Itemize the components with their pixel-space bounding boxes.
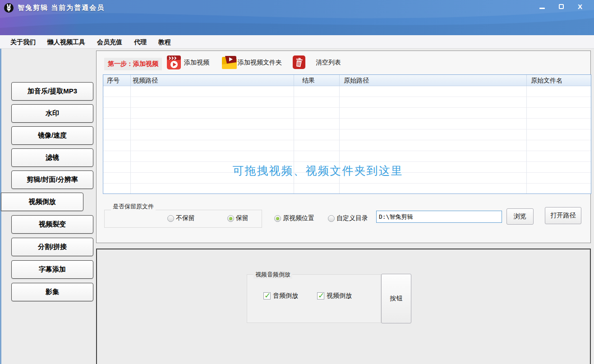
table-row	[103, 151, 591, 162]
checkbox-audio-reverse[interactable]: 音频倒放	[263, 292, 298, 300]
keep-original-group-label: 是否保留原文件	[111, 203, 156, 211]
column-header-index[interactable]: 序号	[107, 77, 120, 85]
sidebar-item-mirror-speed[interactable]: 镜像/速度	[11, 126, 93, 145]
sidebar-item-album[interactable]: 影集	[11, 283, 93, 301]
radio-original-video-location[interactable]: 原视频位置	[274, 214, 314, 222]
column-divider	[526, 75, 527, 86]
table-row	[103, 140, 591, 151]
checkbox-checked-icon	[263, 292, 271, 299]
film-add-icon[interactable]	[166, 55, 181, 70]
app-window: 智兔剪辑 当前为普通会员 X 关于我们 懒人视频工具 会员充值 代理 教程 加音…	[0, 0, 594, 364]
column-header-video-path[interactable]: 视频路径	[133, 77, 158, 85]
minimize-button[interactable]	[536, 2, 548, 11]
maximize-button[interactable]	[555, 2, 567, 11]
sidebar-item-watermark[interactable]: 水印	[11, 104, 93, 123]
open-path-button[interactable]: 打开路径	[545, 207, 581, 224]
clear-list-button[interactable]: 清空列表	[316, 59, 341, 67]
maximize-icon	[559, 4, 564, 9]
add-video-button[interactable]: 添加视频	[184, 59, 209, 67]
minimize-icon	[539, 8, 545, 9]
close-icon: X	[578, 3, 582, 10]
table-row	[103, 184, 591, 194]
table-row	[103, 86, 591, 97]
add-video-folder-button[interactable]: 添加视频文件夹	[238, 59, 282, 67]
title-bar: 智兔剪辑 当前为普通会员 X	[0, 0, 594, 35]
radio-label: 原视频位置	[283, 214, 314, 222]
reverse-settings-panel: 视频音频倒放 音频倒放 视频倒放 按钮	[96, 249, 591, 364]
table-header-row: 序号 视频路径 结果 原始路径 原始文件名	[103, 75, 591, 86]
sidebar-item-split-join[interactable]: 分割/拼接	[11, 238, 93, 256]
radio-label: 自定义目录	[336, 214, 368, 222]
sidebar-item-add-music-extract-mp3[interactable]: 加音乐/提取MP3	[11, 82, 93, 101]
radio-icon	[167, 215, 174, 222]
checkbox-checked-icon	[317, 292, 324, 299]
menu-item-lazy-video-tools[interactable]: 懒人视频工具	[41, 35, 91, 49]
browse-button[interactable]: 浏览	[507, 208, 534, 225]
close-button[interactable]: X	[574, 2, 586, 11]
checkbox-label: 音频倒放	[273, 292, 298, 300]
table-row	[103, 97, 591, 108]
radio-custom-directory[interactable]: 自定义目录	[328, 214, 368, 222]
column-divider	[339, 75, 340, 86]
sidebar-item-video-reverse[interactable]: 视频倒放	[1, 193, 83, 211]
step-one-label: 第一步：添加视频	[104, 58, 162, 70]
radio-not-keep[interactable]: 不保留	[167, 214, 195, 222]
trash-icon[interactable]	[292, 55, 306, 69]
folder-video-icon[interactable]	[221, 55, 237, 69]
window-title: 智兔剪辑 当前为普通会员	[18, 4, 105, 12]
column-header-original-path[interactable]: 原始路径	[344, 77, 369, 85]
drag-drop-hint-text: 可拖拽视频、视频文件夹到这里	[103, 163, 532, 178]
sidebar-item-video-fission[interactable]: 视频裂变	[11, 215, 93, 234]
menu-item-agent[interactable]: 代理	[128, 35, 152, 49]
table-row	[103, 129, 591, 140]
radio-label: 不保留	[176, 214, 195, 222]
output-path-input[interactable]	[376, 211, 502, 223]
sidebar-item-filter[interactable]: 滤镜	[11, 148, 93, 167]
sidebar-item-subtitle-add[interactable]: 字幕添加	[11, 260, 93, 279]
menu-item-tutorial[interactable]: 教程	[152, 35, 177, 49]
content-area: 加音乐/提取MP3 水印 镜像/速度 滤镜 剪辑/封面/分辨率 视频倒放 视频裂…	[0, 49, 594, 364]
table-row	[103, 108, 591, 119]
app-logo-rabbit-icon	[4, 3, 14, 13]
table-row	[103, 119, 591, 129]
menu-item-membership[interactable]: 会员充值	[91, 35, 128, 49]
checkbox-label: 视频倒放	[327, 292, 352, 300]
radio-selected-icon	[274, 215, 281, 222]
sidebar-item-clip-cover-resolution[interactable]: 剪辑/封面/分辨率	[11, 170, 93, 189]
column-divider	[130, 75, 131, 86]
checkbox-video-reverse[interactable]: 视频倒放	[317, 292, 352, 300]
video-list-table: 序号 视频路径 结果 原始路径 原始文件名 可拖拽视频、视频文件夹到这里	[103, 74, 591, 194]
radio-icon	[328, 215, 335, 222]
radio-label: 保留	[236, 214, 249, 222]
menu-item-about[interactable]: 关于我们	[5, 35, 41, 49]
column-header-result[interactable]: 结果	[302, 77, 315, 85]
radio-keep[interactable]: 保留	[227, 214, 249, 222]
radio-selected-icon	[227, 215, 234, 222]
video-audio-reverse-group-label: 视频音频倒放	[253, 271, 292, 279]
column-header-original-filename[interactable]: 原始文件名	[531, 77, 562, 85]
menu-bar: 关于我们 懒人视频工具 会员充值 代理 教程	[0, 35, 594, 49]
video-list-panel: 第一步：添加视频 添加视频 添加视频文件夹	[96, 51, 591, 243]
column-divider	[294, 75, 294, 86]
execute-button[interactable]: 按钮	[381, 274, 411, 323]
